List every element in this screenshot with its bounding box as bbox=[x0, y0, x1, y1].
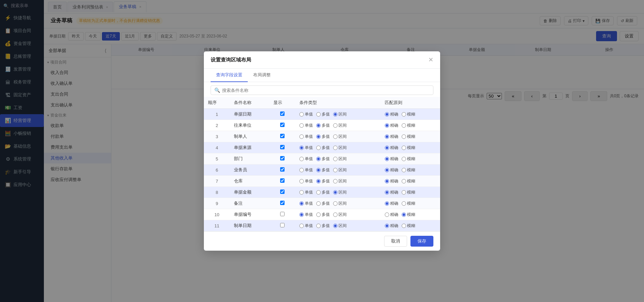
type-radio-单值-row-10[interactable]: 单值 bbox=[299, 212, 313, 218]
match-radio-精确-row-3[interactable]: 精确 bbox=[385, 134, 398, 140]
match-radio-模糊-row-5[interactable]: 模糊 bbox=[402, 156, 415, 162]
type-radio-单值-row-4[interactable]: 单值 bbox=[299, 145, 313, 151]
show-checkbox-3[interactable] bbox=[280, 134, 285, 138]
match-radio-模糊-row-1[interactable]: 模糊 bbox=[402, 111, 415, 117]
type-radio-区间-row-3[interactable]: 区间 bbox=[333, 134, 347, 140]
config-th-顺序: 顺序 bbox=[204, 97, 230, 109]
type-radio-区间-row-4[interactable]: 区间 bbox=[333, 145, 347, 151]
dialog-tab-layout-adjust[interactable]: 布局调整 bbox=[248, 69, 276, 82]
match-radio-精确-row-1[interactable]: 精确 bbox=[385, 111, 398, 117]
match-radio-模糊-row-8[interactable]: 模糊 bbox=[402, 190, 415, 195]
match-radio-模糊-row-4[interactable]: 模糊 bbox=[402, 145, 415, 151]
match-radio-模糊-row-7[interactable]: 模糊 bbox=[402, 178, 415, 184]
type-radio-多值-row-11[interactable]: 多值 bbox=[316, 223, 330, 229]
type-radio-多值-row-8[interactable]: 多值 bbox=[316, 190, 330, 195]
config-th-匹配原则: 匹配原则 bbox=[381, 97, 440, 109]
row-order-11: 11 bbox=[204, 220, 230, 231]
match-radio-模糊-row-9[interactable]: 模糊 bbox=[402, 201, 415, 206]
match-radio-精确-row-2[interactable]: 精确 bbox=[385, 123, 398, 128]
match-radio-精确-row-10[interactable]: 精确 bbox=[385, 212, 398, 218]
row-type-6: 单值多值区间 bbox=[295, 165, 381, 176]
match-radio-模糊-row-6[interactable]: 模糊 bbox=[402, 167, 415, 173]
show-checkbox-4[interactable] bbox=[280, 145, 285, 149]
row-match-7: 精确模糊 bbox=[381, 176, 440, 187]
dialog-footer: 取消 保存 bbox=[204, 231, 440, 251]
match-radio-精确-row-9[interactable]: 精确 bbox=[385, 201, 398, 206]
show-checkbox-9[interactable] bbox=[280, 201, 285, 205]
type-radio-多值-row-2[interactable]: 多值 bbox=[316, 123, 330, 128]
match-radio-精确-row-7[interactable]: 精确 bbox=[385, 178, 398, 184]
type-radio-单值-row-7[interactable]: 单值 bbox=[299, 178, 313, 184]
match-radio-模糊-row-3[interactable]: 模糊 bbox=[402, 134, 415, 140]
show-checkbox-8[interactable] bbox=[280, 190, 285, 194]
type-radio-单值-row-6[interactable]: 单值 bbox=[299, 167, 313, 173]
match-radio-精确-row-11[interactable]: 精确 bbox=[385, 223, 398, 229]
row-match-3: 精确模糊 bbox=[381, 131, 440, 142]
dialog-close-button[interactable]: ✕ bbox=[428, 56, 433, 64]
row-match-5: 精确模糊 bbox=[381, 153, 440, 165]
type-radio-区间-row-1[interactable]: 区间 bbox=[333, 111, 347, 117]
row-name-8: 单据金额 bbox=[230, 187, 269, 198]
type-radio-多值-row-6[interactable]: 多值 bbox=[316, 167, 330, 173]
config-row-9: 9备注单值多值区间精确模糊 bbox=[204, 198, 440, 209]
show-checkbox-6[interactable] bbox=[280, 167, 285, 172]
type-radio-单值-row-2[interactable]: 单值 bbox=[299, 123, 313, 128]
config-row-7: 7仓库单值多值区间精确模糊 bbox=[204, 176, 440, 187]
row-show-10 bbox=[269, 209, 295, 220]
config-table-head: 顺序条件名称显示条件类型匹配原则 bbox=[204, 97, 440, 109]
type-radio-区间-row-7[interactable]: 区间 bbox=[333, 178, 347, 184]
type-radio-区间-row-8[interactable]: 区间 bbox=[333, 190, 347, 195]
dialog-search: 🔍 bbox=[204, 82, 440, 97]
type-radio-区间-row-9[interactable]: 区间 bbox=[333, 201, 347, 206]
match-radio-精确-row-5[interactable]: 精确 bbox=[385, 156, 398, 162]
type-radio-多值-row-10[interactable]: 多值 bbox=[316, 212, 330, 218]
type-radio-单值-row-3[interactable]: 单值 bbox=[299, 134, 313, 140]
row-show-7 bbox=[269, 176, 295, 187]
type-radio-多值-row-9[interactable]: 多值 bbox=[316, 201, 330, 206]
type-radio-单值-row-1[interactable]: 单值 bbox=[299, 111, 313, 117]
dialog-save-button[interactable]: 保存 bbox=[410, 236, 433, 247]
type-radio-区间-row-10[interactable]: 区间 bbox=[333, 212, 347, 218]
show-checkbox-1[interactable] bbox=[280, 111, 285, 116]
type-radio-多值-row-4[interactable]: 多值 bbox=[316, 145, 330, 151]
row-order-2: 2 bbox=[204, 120, 230, 131]
show-checkbox-2[interactable] bbox=[280, 123, 285, 127]
type-radio-区间-row-11[interactable]: 区间 bbox=[333, 223, 347, 229]
type-radio-区间-row-6[interactable]: 区间 bbox=[333, 167, 347, 173]
type-radio-单值-row-11[interactable]: 单值 bbox=[299, 223, 313, 229]
config-table: 顺序条件名称显示条件类型匹配原则 1单据日期单值多值区间精确模糊2往来单位单值多… bbox=[204, 97, 440, 231]
cancel-button[interactable]: 取消 bbox=[384, 236, 407, 247]
config-row-4: 4单据来源单值多值区间精确模糊 bbox=[204, 142, 440, 153]
match-radio-精确-row-8[interactable]: 精确 bbox=[385, 190, 398, 195]
row-type-5: 单值多值区间 bbox=[295, 153, 381, 165]
type-radio-多值-row-7[interactable]: 多值 bbox=[316, 178, 330, 184]
dialog-tab-field-settings[interactable]: 查询字段设置 bbox=[211, 69, 248, 82]
row-order-7: 7 bbox=[204, 176, 230, 187]
type-radio-单值-row-9[interactable]: 单值 bbox=[299, 201, 313, 206]
row-match-1: 精确模糊 bbox=[381, 109, 440, 120]
show-checkbox-7[interactable] bbox=[280, 178, 285, 183]
match-radio-模糊-row-10[interactable]: 模糊 bbox=[402, 212, 415, 218]
config-row-8: 8单据金额单值多值区间精确模糊 bbox=[204, 187, 440, 198]
type-radio-区间-row-5[interactable]: 区间 bbox=[333, 156, 347, 162]
type-radio-多值-row-5[interactable]: 多值 bbox=[316, 156, 330, 162]
row-match-6: 精确模糊 bbox=[381, 165, 440, 176]
dialog-search-field[interactable] bbox=[222, 88, 430, 93]
row-match-4: 精确模糊 bbox=[381, 142, 440, 153]
row-match-8: 精确模糊 bbox=[381, 187, 440, 198]
type-radio-多值-row-3[interactable]: 多值 bbox=[316, 134, 330, 140]
match-radio-模糊-row-2[interactable]: 模糊 bbox=[402, 123, 415, 128]
dialog-search-input-wrapper: 🔍 bbox=[211, 85, 433, 95]
config-row-1: 1单据日期单值多值区间精确模糊 bbox=[204, 109, 440, 120]
row-type-9: 单值多值区间 bbox=[295, 198, 381, 209]
type-radio-多值-row-1[interactable]: 多值 bbox=[316, 111, 330, 117]
type-radio-区间-row-2[interactable]: 区间 bbox=[333, 123, 347, 128]
show-checkbox-11[interactable] bbox=[280, 223, 285, 227]
match-radio-精确-row-6[interactable]: 精确 bbox=[385, 167, 398, 173]
type-radio-单值-row-5[interactable]: 单值 bbox=[299, 156, 313, 162]
match-radio-模糊-row-11[interactable]: 模糊 bbox=[402, 223, 415, 229]
show-checkbox-10[interactable] bbox=[280, 212, 285, 216]
match-radio-精确-row-4[interactable]: 精确 bbox=[385, 145, 398, 151]
show-checkbox-5[interactable] bbox=[280, 156, 285, 160]
type-radio-单值-row-8[interactable]: 单值 bbox=[299, 190, 313, 195]
